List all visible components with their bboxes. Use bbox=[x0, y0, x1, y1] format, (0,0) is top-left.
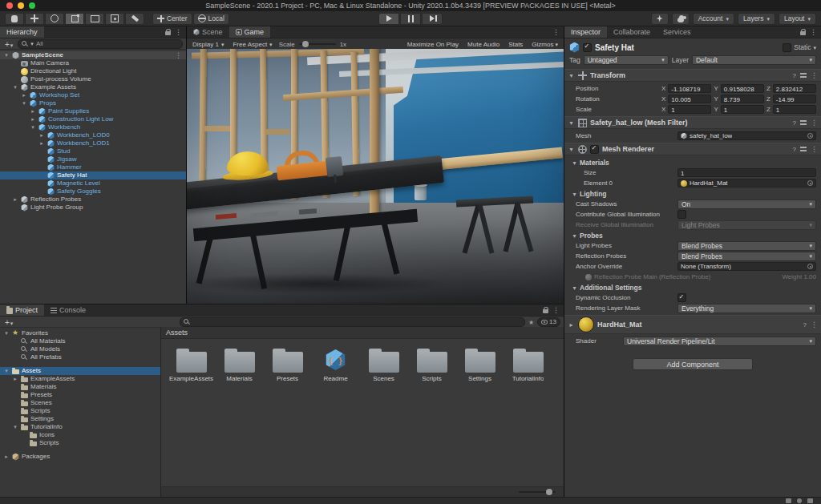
component-menu-icon[interactable] bbox=[811, 71, 818, 79]
project-tree-item[interactable]: Settings bbox=[0, 415, 160, 423]
foldout-arrow[interactable]: ▾ bbox=[3, 329, 10, 337]
hierarchy-item[interactable]: ▸ Workbench_LOD1 bbox=[0, 139, 186, 147]
mesh-object-field[interactable]: safety_hat_low bbox=[677, 131, 816, 140]
rendering-layer-mask-dropdown[interactable]: Everything bbox=[677, 304, 816, 313]
x-field[interactable]: -1.108719 bbox=[668, 84, 711, 93]
asset-tile[interactable]: ExampleAssets bbox=[168, 343, 215, 385]
materials-foldout[interactable]: Materials bbox=[564, 157, 821, 167]
component-enabled-checkbox[interactable] bbox=[590, 145, 599, 154]
chevron-down-icon[interactable] bbox=[813, 43, 816, 51]
foldout-arrow[interactable] bbox=[571, 232, 578, 240]
view-tab[interactable]: Scene bbox=[187, 26, 229, 38]
window-titlebar[interactable]: SampleScene - 2020.1 Project - PC, Mac &… bbox=[0, 0, 821, 11]
material-header[interactable]: HardHat_Mat bbox=[564, 316, 821, 334]
bottom-tab[interactable]: Project bbox=[0, 304, 44, 316]
layer-dropdown[interactable]: Default bbox=[692, 55, 816, 65]
z-field[interactable]: 1 bbox=[773, 105, 816, 114]
cloud-button[interactable] bbox=[672, 13, 690, 25]
help-icon[interactable] bbox=[803, 321, 807, 329]
light-probes-dropdown[interactable]: Blend Probes bbox=[677, 241, 816, 251]
object-picker-icon[interactable] bbox=[807, 133, 813, 139]
asset-tile[interactable]: Scenes bbox=[360, 343, 407, 385]
project-tree-item[interactable]: ▾ Assets bbox=[0, 367, 160, 375]
project-tree-item[interactable]: Icons bbox=[0, 431, 160, 439]
hierarchy-item[interactable]: Safety Hat bbox=[0, 171, 186, 179]
assets-breadcrumb[interactable]: Assets bbox=[161, 327, 564, 339]
lock-icon[interactable] bbox=[543, 307, 548, 313]
saved-search-icon[interactable] bbox=[528, 318, 534, 326]
transform-header[interactable]: Transform bbox=[564, 70, 821, 82]
pivot-local-button[interactable]: Local bbox=[193, 13, 229, 25]
foldout-arrow[interactable] bbox=[571, 190, 578, 198]
project-tree-item[interactable]: Scripts bbox=[0, 439, 160, 447]
hierarchy-item[interactable]: ▾ SampleScene bbox=[0, 51, 186, 59]
y-field[interactable]: 0.9158028 bbox=[721, 84, 764, 93]
inspector-tab[interactable]: Inspector bbox=[564, 26, 607, 38]
tag-dropdown[interactable]: Untagged bbox=[584, 55, 669, 65]
hierarchy-search-input[interactable]: All bbox=[18, 39, 183, 49]
mesh-filter-header[interactable]: Safety_hat_low (Mesh Filter) bbox=[564, 117, 821, 129]
account-dropdown[interactable]: Account bbox=[693, 13, 734, 25]
stats-button[interactable]: Stats bbox=[506, 39, 525, 49]
project-tree-item[interactable]: ▸ Packages bbox=[0, 453, 160, 461]
foldout-arrow[interactable]: ▸ bbox=[38, 139, 45, 147]
mesh-renderer-header[interactable]: Mesh Renderer bbox=[564, 143, 821, 155]
foldout-arrow[interactable]: ▾ bbox=[3, 51, 10, 59]
view-tool-button[interactable] bbox=[5, 13, 24, 25]
slider-handle[interactable] bbox=[546, 489, 552, 495]
project-tree-item[interactable]: All Materials bbox=[0, 337, 160, 345]
hierarchy-item[interactable]: Directional Light bbox=[0, 67, 186, 75]
panel-menu-icon[interactable] bbox=[552, 28, 560, 36]
x-field[interactable]: 10.005 bbox=[668, 95, 711, 103]
icon-size-slider[interactable] bbox=[519, 491, 556, 493]
custom-tool-button[interactable] bbox=[125, 13, 144, 25]
panel-menu-icon[interactable] bbox=[175, 28, 182, 36]
hidden-packages-badge[interactable]: 13 bbox=[537, 317, 560, 327]
hierarchy-item[interactable]: ▸ Reflection Probes bbox=[0, 196, 186, 204]
asset-tile[interactable]: Settings bbox=[456, 343, 504, 385]
y-field[interactable]: 8.739 bbox=[721, 95, 764, 103]
hierarchy-item[interactable]: ▸ Paint Supplies bbox=[0, 107, 186, 115]
object-picker-icon[interactable] bbox=[807, 180, 813, 186]
foldout-arrow[interactable]: ▾ bbox=[21, 99, 27, 107]
scale-slider[interactable] bbox=[299, 43, 336, 45]
hierarchy-item[interactable]: Main Camera bbox=[0, 59, 186, 67]
additional-settings-foldout[interactable]: Additional Settings bbox=[564, 282, 821, 292]
component-menu-icon[interactable] bbox=[811, 321, 818, 329]
inspector-tab[interactable]: Services bbox=[657, 26, 698, 38]
hierarchy-item[interactable]: ▾ Props bbox=[0, 99, 186, 107]
preset-icon[interactable] bbox=[800, 119, 807, 126]
project-search-input[interactable] bbox=[180, 317, 525, 327]
play-button[interactable] bbox=[378, 13, 399, 25]
create-object-button[interactable] bbox=[3, 38, 14, 50]
help-icon[interactable] bbox=[793, 119, 796, 127]
project-tree-item[interactable]: ▸ ExampleAssets bbox=[0, 375, 160, 383]
shader-dropdown[interactable]: Universal Render Pipeline/Lit bbox=[623, 337, 816, 346]
dynamic-occlusion-checkbox[interactable] bbox=[677, 293, 686, 302]
hierarchy-item[interactable]: ▾ Workbench bbox=[0, 123, 186, 131]
hierarchy-item[interactable]: Jigsaw bbox=[0, 155, 186, 163]
gameobject-name-field[interactable]: Safety Hat bbox=[595, 43, 779, 52]
foldout-arrow[interactable]: ▾ bbox=[30, 123, 36, 131]
asset-tile[interactable]: TutorialInfo bbox=[504, 343, 552, 385]
lock-icon[interactable] bbox=[800, 29, 806, 35]
project-tree-item[interactable]: Scripts bbox=[0, 407, 160, 415]
foldout-arrow[interactable]: ▸ bbox=[21, 91, 27, 99]
object-picker-icon[interactable] bbox=[807, 264, 813, 269]
slider-handle[interactable] bbox=[302, 41, 309, 47]
help-icon[interactable] bbox=[793, 145, 796, 153]
maximize-on-play-button[interactable]: Maximize On Play bbox=[405, 39, 461, 49]
hierarchy-item[interactable]: ▸ Workbench_LOD0 bbox=[0, 131, 186, 139]
component-menu-icon[interactable] bbox=[811, 145, 818, 153]
progress-button[interactable] bbox=[651, 13, 669, 25]
contribute-gi-checkbox[interactable] bbox=[677, 210, 686, 219]
panel-menu-icon[interactable] bbox=[810, 28, 817, 36]
asset-tile[interactable]: Presets bbox=[264, 343, 311, 385]
foldout-arrow[interactable] bbox=[568, 321, 575, 329]
aspect-dropdown[interactable]: Free Aspect bbox=[230, 39, 274, 49]
asset-tile[interactable]: Materials bbox=[216, 343, 263, 385]
asset-tile[interactable]: Readme bbox=[312, 343, 359, 385]
hierarchy-item[interactable]: Stud bbox=[0, 147, 186, 155]
rotate-tool-button[interactable] bbox=[45, 13, 64, 25]
probes-foldout[interactable]: Probes bbox=[564, 230, 821, 240]
